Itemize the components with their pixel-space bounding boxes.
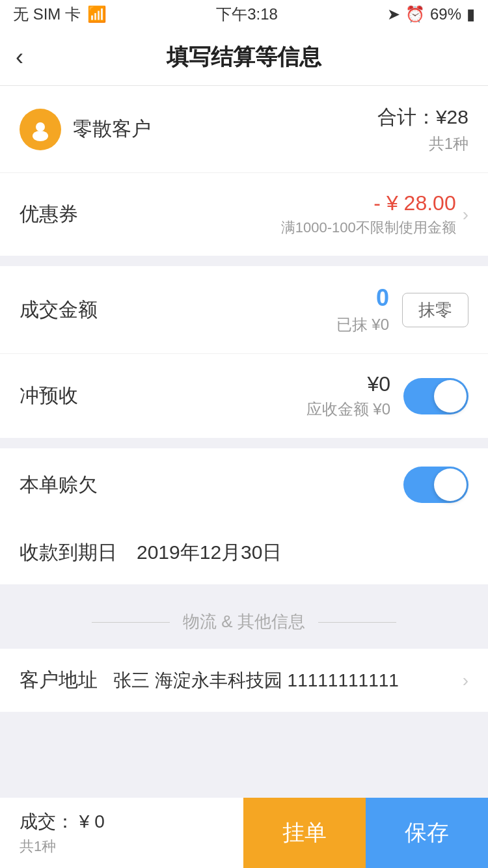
customer-left: 零散客户: [20, 109, 151, 150]
coupon-row[interactable]: 优惠券 - ¥ 28.00 满1000-100不限制使用金额 ›: [0, 172, 488, 256]
customer-row: 零散客户 合计：¥28 共1种: [0, 86, 488, 172]
prepayment-toggle[interactable]: [403, 378, 468, 414]
svg-point-1: [33, 131, 48, 141]
bottom-deal-label: 成交：: [20, 811, 74, 832]
save-button[interactable]: 保存: [366, 798, 488, 868]
carrier-text: 无 SIM 卡: [13, 4, 81, 25]
due-date-value: 2019年12月30日: [137, 539, 282, 566]
already-rounded: 已抹 ¥0: [336, 314, 389, 335]
prepayment-row: 冲预收 ¥0 应收金额 ¥0: [0, 353, 488, 438]
coupon-desc: 满1000-100不限制使用金额: [281, 218, 456, 237]
bottom-deal-amount: ¥ 0: [79, 811, 105, 832]
status-bar: 无 SIM 卡 📶 下午3:18 ➤ ⏰ 69% ▮: [0, 0, 488, 29]
address-card: 客户地址 张三 海淀永丰科技园 11111111111 ›: [0, 649, 488, 712]
prepayment-receivable: 应收金额 ¥0: [306, 399, 390, 420]
battery-text: 69%: [430, 5, 461, 23]
location-icon: ➤: [387, 5, 400, 23]
bottom-count: 共1种: [20, 837, 224, 856]
deal-amount-row: 成交金额 已抹 ¥0 抹零: [0, 266, 488, 353]
debit-label: 本单赊欠: [20, 472, 98, 498]
deal-amount-right: 已抹 ¥0 抹零: [336, 284, 468, 335]
total-count: 共1种: [377, 133, 468, 154]
logistics-label: 物流 & 其他信息: [163, 610, 325, 633]
chevron-right-icon: ›: [463, 204, 468, 225]
debit-section: 本单赊欠 收款到期日 2019年12月30日: [0, 448, 488, 584]
prepayment-amount: ¥0: [306, 372, 390, 396]
hang-button[interactable]: 挂单: [243, 798, 366, 868]
status-right: ➤ ⏰ 69% ▮: [387, 5, 475, 23]
debit-row: 本单赊欠: [0, 448, 488, 521]
bottom-summary: 成交： ¥ 0 共1种: [0, 809, 243, 856]
back-button[interactable]: ‹: [16, 44, 23, 71]
debit-toggle[interactable]: [403, 467, 468, 503]
coupon-right: - ¥ 28.00 满1000-100不限制使用金额 ›: [281, 191, 468, 237]
deal-amount-input[interactable]: [337, 284, 389, 312]
svg-point-0: [36, 122, 45, 131]
address-label: 客户地址: [20, 667, 98, 694]
wifi-icon: 📶: [87, 5, 107, 23]
deal-section: 成交金额 已抹 ¥0 抹零 冲预收 ¥0 应收金额 ¥0: [0, 266, 488, 438]
content-area: 零散客户 合计：¥28 共1种 优惠券 - ¥ 28.00 满1000-100不…: [0, 86, 488, 868]
due-date-row: 收款到期日 2019年12月30日: [0, 521, 488, 584]
address-row[interactable]: 客户地址 张三 海淀永丰科技园 11111111111 ›: [0, 649, 488, 712]
alarm-icon: ⏰: [405, 5, 425, 23]
page-title: 填写结算等信息: [167, 42, 321, 72]
coupon-label: 优惠券: [20, 201, 78, 228]
logistics-section: 物流 & 其他信息: [0, 595, 488, 649]
time-display: 下午3:18: [216, 4, 278, 25]
due-date-label: 收款到期日: [20, 539, 117, 566]
toggle-knob: [434, 380, 467, 413]
customer-summary: 合计：¥28 共1种: [377, 104, 468, 154]
debit-toggle-knob: [434, 468, 467, 501]
bottom-deal-line: 成交： ¥ 0: [20, 809, 224, 834]
prepayment-amount-detail: ¥0 应收金额 ¥0: [306, 372, 390, 420]
address-chevron-icon: ›: [463, 670, 468, 691]
customer-name: 零散客户: [73, 116, 151, 142]
nav-bar: ‹ 填写结算等信息: [0, 29, 488, 86]
address-value: 张三 海淀永丰科技园 11111111111: [113, 668, 463, 693]
prepayment-label: 冲预收: [20, 383, 78, 409]
round-button[interactable]: 抹零: [402, 293, 468, 327]
bottom-bar: 成交： ¥ 0 共1种 挂单 保存: [0, 798, 488, 868]
total-amount: 合计：¥28: [377, 104, 468, 131]
deal-amount-label: 成交金额: [20, 297, 98, 323]
coupon-value-block: - ¥ 28.00 满1000-100不限制使用金额: [281, 191, 456, 237]
status-left: 无 SIM 卡 📶: [13, 4, 107, 25]
prepayment-right: ¥0 应收金额 ¥0: [306, 372, 468, 420]
battery-icon: ▮: [467, 5, 475, 23]
avatar: [20, 109, 61, 150]
customer-card: 零散客户 合计：¥28 共1种 优惠券 - ¥ 28.00 满1000-100不…: [0, 86, 488, 256]
coupon-discount: - ¥ 28.00: [281, 191, 456, 215]
